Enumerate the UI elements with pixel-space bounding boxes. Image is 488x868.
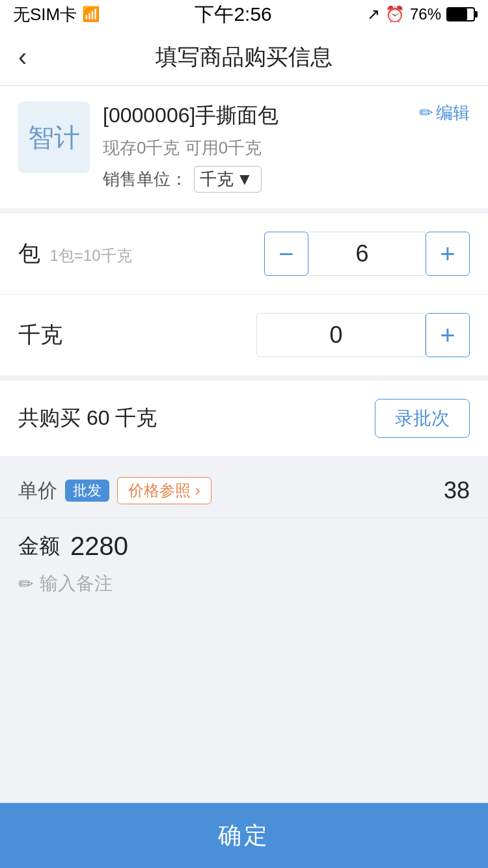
page-title: 填写商品购买信息: [156, 42, 332, 72]
thumb-label: 智计: [28, 120, 80, 156]
location-icon: ↗: [367, 5, 380, 23]
increment-bao-button[interactable]: +: [426, 232, 470, 276]
increment-kg-button[interactable]: +: [426, 313, 470, 357]
total-prefix: 共购买: [18, 406, 87, 429]
qty-label-bao: 包: [18, 241, 40, 265]
quantity-section: 包 1包=10千克 − + 千克 +: [0, 213, 488, 381]
status-bar: 无SIM卡 📶 下午2:56 ↗ ⏰ 76%: [0, 0, 488, 29]
product-section: 智计 [0000006]手撕面包 ✏ 编辑 现存0千克 可用0千克 销售单位： …: [0, 86, 488, 213]
price-ref-button[interactable]: 价格参照 ›: [117, 477, 211, 504]
battery-icon: [446, 7, 475, 21]
carrier-label: 无SIM卡: [13, 3, 77, 26]
status-time: 下午2:56: [195, 1, 271, 28]
empty-space: [0, 614, 488, 803]
total-amount: 60: [87, 406, 115, 429]
back-button[interactable]: ‹: [18, 42, 27, 72]
total-section: 共购买 60 千克 录批次: [0, 381, 488, 461]
quantity-row-bao: 包 1包=10千克 − +: [0, 213, 488, 295]
product-name: [0000006]手撕面包: [103, 102, 278, 130]
amount-value: 2280: [70, 532, 128, 561]
unit-label: 销售单位：: [103, 168, 187, 191]
quantity-row-kg: 千克 +: [0, 295, 488, 375]
price-section: 单价 批发 价格参照 › 38: [0, 461, 488, 519]
confirm-button[interactable]: 确定: [0, 803, 488, 868]
product-thumbnail: 智计: [18, 102, 90, 173]
qty-input-bao[interactable]: [308, 232, 426, 276]
qty-hint-bao: 1包=10千克: [49, 247, 131, 264]
edit-button[interactable]: ✏ 编辑: [419, 102, 470, 124]
status-right: ↗ ⏰ 76%: [367, 5, 475, 23]
alarm-icon: ⏰: [385, 5, 405, 23]
qty-input-kg[interactable]: [256, 313, 426, 357]
remark-placeholder: 输入备注: [40, 571, 113, 596]
decrement-bao-button[interactable]: −: [264, 232, 308, 276]
edit-label: 编辑: [436, 102, 470, 124]
product-unit-row: 销售单位： 千克 ▼: [103, 166, 470, 193]
total-text: 共购买 60 千克: [18, 404, 157, 433]
qty-label-group-kg: 千克: [18, 320, 62, 350]
amount-row: 金额 2280: [18, 532, 470, 561]
remark-icon: ✏: [18, 573, 33, 595]
qty-label-group-bao: 包 1包=10千克: [18, 239, 132, 269]
product-stock: 现存0千克 可用0千克: [103, 137, 470, 159]
status-left: 无SIM卡 📶: [13, 3, 100, 26]
price-tag: 批发: [65, 480, 109, 502]
product-info: [0000006]手撕面包 ✏ 编辑 现存0千克 可用0千克 销售单位： 千克 …: [103, 102, 470, 193]
qty-label-kg: 千克: [18, 322, 62, 347]
content: 智计 [0000006]手撕面包 ✏ 编辑 现存0千克 可用0千克 销售单位： …: [0, 86, 488, 868]
price-row: 单价 批发 价格参照 › 38: [18, 477, 470, 504]
price-value: 38: [444, 477, 470, 504]
dropdown-arrow-icon: ▼: [236, 169, 253, 189]
unit-dropdown[interactable]: 千克 ▼: [194, 166, 262, 193]
qty-controls-bao: − +: [264, 232, 470, 276]
amount-label: 金额: [18, 532, 60, 561]
nav-bar: ‹ 填写商品购买信息: [0, 29, 488, 86]
edit-icon: ✏: [419, 103, 433, 123]
price-label-group: 单价 批发 价格参照 ›: [18, 477, 211, 504]
battery-percent: 76%: [410, 5, 441, 23]
product-header: [0000006]手撕面包 ✏ 编辑: [103, 102, 470, 130]
unit-value: 千克: [200, 168, 234, 191]
remark-row[interactable]: ✏ 输入备注: [18, 571, 470, 596]
batch-button[interactable]: 录批次: [375, 399, 470, 438]
qty-controls-kg: +: [256, 313, 470, 357]
total-unit: 千克: [115, 406, 157, 429]
wifi-icon: 📶: [82, 6, 100, 23]
price-label: 单价: [18, 478, 57, 504]
amount-section: 金额 2280 ✏ 输入备注: [0, 519, 488, 614]
